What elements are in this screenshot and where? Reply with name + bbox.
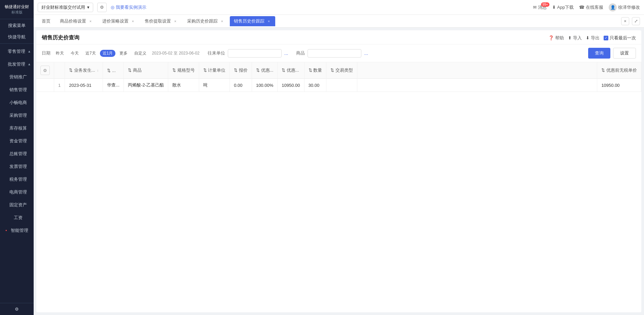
tab-price-extract-close[interactable]: × [173, 19, 178, 24]
col-qty[interactable]: ⇅ 数量 [304, 62, 326, 79]
sort-icon-tax-price: ⇅ [601, 68, 605, 73]
row-qty: 30.00 [304, 79, 326, 92]
sidebar-item-finance[interactable]: 资金管理 [0, 135, 34, 147]
goods-input[interactable] [308, 49, 361, 58]
sort-icon-price: ⇅ [234, 68, 238, 73]
sidebar-item-purchase[interactable]: 采购管理 [0, 109, 34, 122]
row-spec: 散水 [168, 79, 199, 92]
app-settings-btn[interactable]: ⚙ [97, 3, 107, 12]
tab-sales-history-label: 销售历史价跟踪 [234, 18, 264, 24]
app-selector[interactable]: 好业财标准版交付试用 ▾ [38, 3, 93, 12]
sidebar-item-inventory[interactable]: 库存核算 [0, 122, 34, 135]
sidebar-item-invoice[interactable]: 发票管理 [0, 160, 34, 173]
table-container: ⚙ ⇅ 业务发生... ↕ ⇅ ... ⇅ 商品 ⇅ [36, 62, 641, 312]
date-btn-more[interactable]: 更多 [117, 50, 130, 57]
col-biz-date[interactable]: ⇅ 业务发生... ↕ [65, 62, 103, 79]
page-content: 销售历史价查询 ❓ 帮助 ⬆ 导入 ⬇ 导出 只看最后一次 [36, 30, 641, 312]
sort-icon-trans-type: ⇅ [330, 68, 334, 73]
retail-arrow-icon: ▲ [28, 49, 31, 53]
date-filter-group: 日期 昨天 今天 近7天 近1月 更多 自定义 2023-05-02 至 202… [42, 50, 200, 57]
row-goods: 丙烯酸-2-乙基己酯 [124, 79, 168, 92]
row-biz-date: 2023-05-31 [65, 79, 103, 92]
app-title: 畅捷通好业财 [5, 4, 29, 10]
tab-price-setting[interactable]: 商品价格设置 × [56, 16, 97, 26]
app-selector-label: 好业财标准版交付试用 [41, 4, 85, 10]
table-gear-icon[interactable]: ⚙ [40, 66, 50, 75]
col-tax-price[interactable]: ⇅ 优惠前无税单价 [597, 62, 641, 79]
row-price: 0.00 [230, 79, 252, 92]
col-price[interactable]: ⇅ 报价 [230, 62, 252, 79]
goods-filter-group: 商品 ... [296, 49, 368, 58]
import-btn[interactable]: ⬆ 导入 [568, 35, 582, 41]
user-profile-btn[interactable]: 👤 徐泽华修改 [609, 3, 640, 11]
only-last-checkbox[interactable]: 只看最后一次 [604, 35, 636, 41]
tab-sales-history-close[interactable]: × [266, 19, 271, 24]
sidebar-item-retail[interactable]: 零售管理 ▲ [0, 45, 34, 58]
tab-price-extract[interactable]: 售价提取设置 × [141, 16, 182, 26]
date-btn-1month[interactable]: 近1月 [100, 50, 116, 57]
date-btn-7days[interactable]: 近7天 [83, 50, 99, 57]
tab-price-extract-label: 售价提取设置 [145, 18, 171, 24]
tab-purchase-strategy[interactable]: 进价策略设置 × [98, 16, 139, 26]
col-goods[interactable]: ⇅ 商品 [124, 62, 168, 79]
gear-icon: ⚙ [100, 5, 104, 10]
sidebar-item-assets[interactable]: 固定资产 [0, 199, 34, 211]
date-btn-custom[interactable]: 自定义 [132, 50, 149, 57]
date-btn-today[interactable]: 今天 [68, 50, 81, 57]
partner-dots-btn[interactable]: ... [284, 50, 288, 56]
app-download-btn[interactable]: ⬇ App下载 [552, 4, 574, 10]
main-area: 好业财标准版交付试用 ▾ ⚙ ◎ 我要看实例演示 ✉ 消息 99+ ⬇ App下… [34, 0, 644, 315]
settings-button[interactable]: 设置 [613, 48, 636, 59]
expand-tab-btn[interactable]: ⤢ [632, 17, 640, 25]
sidebar-search[interactable]: 搜索菜单 [0, 19, 34, 32]
tab-price-setting-label: 商品价格设置 [60, 18, 86, 24]
sidebar-settings-btn[interactable]: ⚙ [0, 303, 34, 315]
row-num-cell: 1 [54, 79, 65, 92]
sort-icon-discount-val: ⇅ [282, 68, 285, 73]
help-btn[interactable]: ❓ 帮助 [548, 35, 564, 41]
sidebar-item-ecommerce[interactable]: 电商管理 [0, 186, 34, 199]
tab-price-setting-close[interactable]: × [88, 19, 93, 24]
demo-btn[interactable]: ◎ 我要看实例演示 [111, 4, 146, 10]
sidebar-item-wholesale[interactable]: 批发管理 ▲ [0, 58, 34, 71]
sidebar-item-salary[interactable]: 工资 [0, 211, 34, 224]
row-dots: 华查... [103, 79, 124, 92]
app-subtitle: 标准版 [11, 10, 23, 15]
sidebar: 畅捷通好业财 标准版 搜索菜单 快捷导航 零售管理 ▲ 批发管理 ▲ 营销推广 … [0, 0, 34, 315]
online-service-btn[interactable]: ☎ 在线客服 [579, 4, 603, 10]
tab-sales-history[interactable]: 销售历史价跟踪 × [230, 16, 275, 26]
tab-home[interactable]: 首页 [38, 16, 55, 26]
sidebar-item-xiaocha[interactable]: 小畅电商 [0, 96, 34, 109]
col-gear[interactable]: ⚙ [36, 62, 54, 79]
date-btn-yesterday[interactable]: 昨天 [53, 50, 67, 57]
query-button[interactable]: 查询 [588, 48, 610, 59]
col-discount-val[interactable]: ⇅ 优惠... [278, 62, 304, 79]
tab-purchase-history[interactable]: 采购历史价跟踪 × [183, 16, 228, 26]
close-tab-btn[interactable]: × [621, 17, 629, 25]
tab-purchase-history-close[interactable]: × [220, 19, 224, 24]
sidebar-divider-1 [0, 43, 34, 44]
sidebar-item-smart[interactable]: 智能管理 [0, 224, 34, 237]
tabs-bar: 首页 商品价格设置 × 进价策略设置 × 售价提取设置 × 采购历史价跟踪 × … [34, 15, 644, 28]
partner-input[interactable] [228, 49, 282, 58]
col-trans-type[interactable]: ⇅ 交易类型 [326, 62, 357, 79]
date-buttons: 昨天 今天 近7天 近1月 更多 自定义 [53, 50, 149, 57]
tab-purchase-strategy-close[interactable]: × [131, 19, 135, 24]
topbar-right: ✉ 消息 99+ ⬇ App下载 ☎ 在线客服 👤 徐泽华修改 [533, 3, 640, 11]
headset-icon: ☎ [579, 5, 584, 10]
col-spec[interactable]: ⇅ 规格型号 [168, 62, 199, 79]
sidebar-item-sales-mgmt[interactable]: 销售管理 [0, 83, 34, 96]
sidebar-item-general-ledger[interactable]: 总账管理 [0, 147, 34, 160]
col-discount-pct[interactable]: ⇅ 优惠... [252, 62, 277, 79]
col-unit[interactable]: ⇅ 计量单位 [199, 62, 230, 79]
sidebar-item-tax[interactable]: 税务管理 [0, 173, 34, 186]
tab-purchase-strategy-label: 进价策略设置 [102, 18, 129, 24]
message-btn[interactable]: ✉ 消息 99+ [533, 4, 547, 10]
sidebar-item-marketing[interactable]: 营销推广 [0, 71, 34, 83]
col-dots[interactable]: ⇅ ... [103, 62, 124, 79]
goods-dots-btn[interactable]: ... [364, 50, 368, 56]
row-unit: 吨 [199, 79, 230, 92]
sidebar-logo: 畅捷通好业财 标准版 [0, 0, 34, 19]
export-btn[interactable]: ⬇ 导出 [586, 35, 600, 41]
sidebar-quick-nav[interactable]: 快捷导航 [0, 32, 34, 42]
